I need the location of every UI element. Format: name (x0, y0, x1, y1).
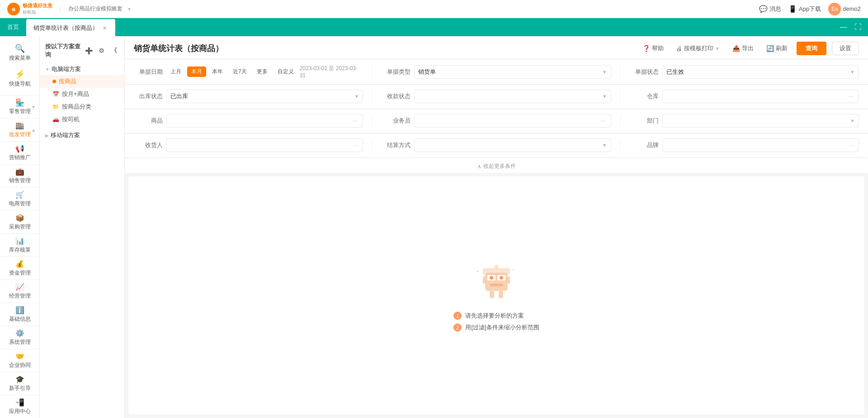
dept-group: 部门 ▼ (630, 114, 859, 128)
brand-select[interactable]: ··· (662, 138, 859, 152)
breadcrumb: 办公用品行业模拟账套 (68, 5, 123, 13)
sidebar-search[interactable]: 🔍 搜索菜单 (0, 40, 39, 66)
tab-minimize-icon[interactable]: — (838, 21, 849, 33)
header-right: 💬 消息 📱 App下载 Ea demo2 (759, 3, 861, 15)
date-label: 单据日期 (134, 68, 166, 76)
sidebar-wholesale[interactable]: 🏬 批发管理 ▲ (0, 119, 39, 142)
add-scheme-btn[interactable]: ➕ (84, 46, 94, 56)
mobile-scheme-group-header[interactable]: ▶ 移动端方案 (40, 129, 124, 141)
goods-more-icon[interactable]: ··· (353, 118, 357, 124)
sidebar-purchase[interactable]: 📦 采购管理 (0, 211, 39, 234)
doc-status-group: 单据状态 已生效 ▼ (630, 65, 859, 79)
dept-select[interactable]: ▼ (662, 114, 859, 128)
quicknav-icon: ⚡ (15, 69, 25, 79)
pc-scheme-group: ▼ 电脑端方案 按商品 📅 按月+商品 📁 按商品分类 🚗 按司机 (40, 62, 124, 128)
filter-section: 单据日期 上月 本月 本年 近7天 更多 自定义 2023-03-01 至 20… (125, 59, 868, 173)
warehouse2-select[interactable]: ··· (662, 90, 859, 103)
export-icon: 📤 (732, 45, 740, 52)
print-btn[interactable]: 🖨 按模板打印 ▼ (673, 43, 723, 54)
sidebar-quicknav[interactable]: ⚡ 快捷导航 (0, 66, 39, 91)
warehouse2-more-icon[interactable]: ··· (849, 93, 853, 100)
sidebar-marketing[interactable]: 📢 营销推广 (0, 142, 39, 165)
enterprise-icon: 🤝 (15, 352, 24, 361)
filter-row-4: 收货人 ··· 结算方式 ▼ (125, 133, 868, 158)
message-btn[interactable]: 💬 消息 (759, 5, 781, 13)
operations-icon: 📈 (15, 283, 24, 291)
category-icon: 📁 (52, 104, 59, 110)
receipt-status-select[interactable]: ▼ (414, 90, 611, 103)
sidebar-appstore[interactable]: 📲 应用中心 (0, 395, 39, 418)
payment-select[interactable]: ▼ (414, 138, 611, 152)
brand-group: 品牌 ··· (630, 138, 859, 152)
tab-close-icon[interactable]: ✕ (101, 24, 108, 32)
tab-maximize-icon[interactable]: ⛶ (853, 21, 863, 33)
help-btn[interactable]: ❓ 帮助 (639, 43, 667, 54)
doc-status-select[interactable]: 已生效 ▼ (662, 65, 859, 79)
app-download-btn[interactable]: 📱 App下载 (788, 5, 821, 13)
sidebar-finance[interactable]: 💰 资金管理 (0, 257, 39, 280)
svg-point-5 (490, 276, 493, 280)
warehouse2-group: 仓库 ··· (630, 90, 859, 103)
sidebar-inventory[interactable]: 📊 库存核算 (0, 234, 39, 257)
sidebar-system[interactable]: ⚙️ 系统管理 (0, 326, 39, 349)
scheme-by-driver[interactable]: 🚗 按司机 (40, 113, 124, 126)
tab-home[interactable]: 首页 (0, 18, 26, 36)
svg-rect-10 (490, 291, 494, 298)
prev-month-btn[interactable]: 上月 (166, 66, 185, 77)
custom-date-btn[interactable]: 自定义 (274, 66, 298, 77)
svg-rect-7 (490, 284, 503, 286)
salesperson-group: 业务员 ··· (382, 114, 620, 128)
sidebar: 🔍 搜索菜单 ⚡ 快捷导航 🏪 零售管理 ▼ 🏬 批发管理 ▲ 📢 营销推广 💼… (0, 36, 40, 418)
recipient-select[interactable]: ··· (166, 138, 363, 152)
payment-dropdown-icon: ▼ (602, 142, 607, 148)
warehouse-status-select[interactable]: 已出库 ▼ (166, 90, 363, 103)
collapse-filter-btn[interactable]: ∧ 收起更多条件 (125, 160, 868, 173)
sidebar-retail[interactable]: 🏪 零售管理 ▼ (0, 95, 39, 119)
user-area[interactable]: Ea demo2 (828, 3, 861, 15)
refresh-btn[interactable]: 🔄 刷新 (763, 43, 791, 54)
sidebar-sales[interactable]: 💼 销售管理 (0, 165, 39, 188)
sidebar-guide[interactable]: 🎓 新手引导 (0, 372, 39, 395)
settings-scheme-btn[interactable]: ⚙ (96, 46, 106, 56)
more-date-btn[interactable]: 更多 (253, 66, 272, 77)
doc-type-dropdown-icon: ▼ (602, 69, 607, 75)
receipt-status-dropdown-icon: ▼ (602, 94, 607, 99)
pc-scheme-group-header[interactable]: ▼ 电脑端方案 (40, 63, 124, 75)
main-layout: 🔍 搜索菜单 ⚡ 快捷导航 🏪 零售管理 ▼ 🏬 批发管理 ▲ 📢 营销推广 💼… (0, 36, 868, 418)
salesperson-select[interactable]: ··· (414, 114, 611, 128)
sidebar-ecommerce[interactable]: 🛒 电商管理 (0, 188, 39, 211)
svg-point-6 (500, 276, 503, 280)
filter-row-2: 出库状态 已出库 ▼ 收款状态 ▼ (125, 85, 868, 109)
print-dropdown-icon: ▼ (715, 46, 720, 51)
tab-report[interactable]: 销货单统计表（按商品） ✕ (26, 19, 115, 37)
scheme-by-product[interactable]: 按商品 (40, 75, 124, 88)
svg-text:畅: 畅 (12, 8, 15, 12)
goods-group: 商品 ··· (134, 114, 373, 128)
settings-btn[interactable]: 设置 (832, 42, 859, 55)
sidebar-basic-info[interactable]: ℹ️ 基础信息 (0, 303, 39, 326)
logo-area: 畅 畅捷通好生意 标账版 (7, 2, 52, 15)
doc-type-select[interactable]: 销货单 ▼ (414, 65, 611, 79)
sales-icon: 💼 (15, 167, 24, 176)
cur-month-btn[interactable]: 本月 (187, 66, 206, 77)
sidebar-enterprise[interactable]: 🤝 企业协同 (0, 349, 39, 372)
query-btn[interactable]: 查询 (797, 42, 826, 55)
export-btn[interactable]: 📤 导出 (729, 43, 757, 54)
filter-row-3: 商品 ··· 业务员 ··· (125, 109, 868, 133)
sidebar-operations[interactable]: 📈 经营管理 (0, 280, 39, 303)
goods-select[interactable]: ··· (166, 114, 363, 128)
download-icon: 📱 (788, 5, 797, 13)
filter-fields-row1: 单据日期 上月 本月 本年 近7天 更多 自定义 2023-03-01 至 20… (134, 65, 859, 79)
scheme-by-month-product[interactable]: 📅 按月+商品 (40, 88, 124, 100)
7days-btn[interactable]: 近7天 (229, 66, 251, 77)
scheme-by-category[interactable]: 📁 按商品分类 (40, 100, 124, 113)
brand-more-icon[interactable]: ··· (849, 142, 853, 148)
recipient-more-icon[interactable]: ··· (353, 142, 357, 148)
filter-fields-row3: 商品 ··· 业务员 ··· (134, 114, 859, 128)
finance-icon: 💰 (15, 260, 24, 268)
collapse-panel-btn[interactable]: 《 (109, 46, 119, 56)
avatar: Ea (828, 3, 841, 15)
pc-scheme-collapse-icon: ▼ (45, 67, 50, 72)
cur-year-btn[interactable]: 本年 (208, 66, 227, 77)
salesperson-more-icon[interactable]: ··· (601, 118, 605, 124)
